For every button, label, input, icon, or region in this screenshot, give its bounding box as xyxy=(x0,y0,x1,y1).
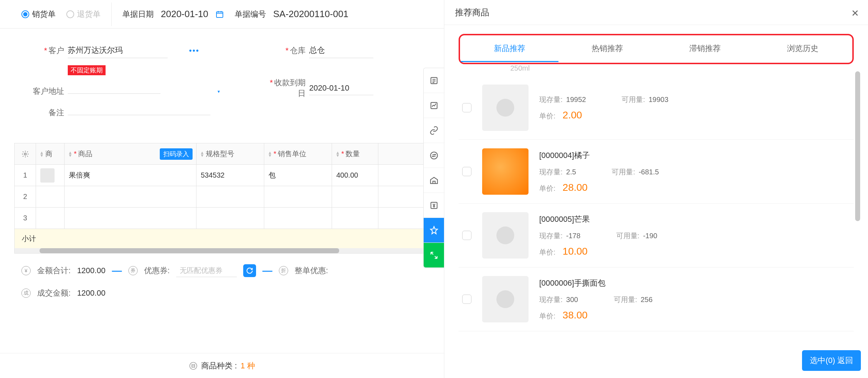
total-value: 1200.00 xyxy=(77,266,106,275)
avail-label: 可用量: xyxy=(612,168,635,176)
order-type-tabs: 销货单 退货单 单据日期 2020-01-10 单据编号 SA-20200110… xyxy=(0,0,444,29)
address-label: 客户地址 xyxy=(33,87,64,96)
list-icon[interactable] xyxy=(424,68,444,93)
discount-icon: 折 xyxy=(279,266,288,275)
close-icon[interactable]: ✕ xyxy=(851,8,859,19)
customer-more-icon[interactable]: ••• xyxy=(189,46,199,55)
stock-label: 现存量: xyxy=(539,232,563,240)
expand-icon[interactable] xyxy=(424,243,444,268)
recommend-tab[interactable]: 热销推荐 xyxy=(558,36,656,62)
link-icon[interactable] xyxy=(424,118,444,143)
remark-input[interactable] xyxy=(68,111,210,115)
order-discount-label: 整单优惠: xyxy=(295,265,328,276)
row-qty[interactable] xyxy=(332,208,378,229)
row-thumb xyxy=(36,208,65,229)
item-image xyxy=(482,85,529,131)
refresh-coupon-button[interactable] xyxy=(243,264,256,277)
price-value: 2.00 xyxy=(563,109,582,121)
customer-input[interactable]: 苏州万达沃尔玛 xyxy=(68,43,168,58)
warehouse-icon[interactable] xyxy=(424,168,444,193)
horizontal-scrollbar[interactable] xyxy=(15,248,429,253)
calendar-icon[interactable] xyxy=(215,10,224,19)
recommend-item[interactable]: [0000006]手撕面包现存量:300可用量:256单价:38.00 xyxy=(459,267,854,331)
row-unit[interactable] xyxy=(264,208,332,229)
row-spec[interactable]: 534532 xyxy=(196,165,264,186)
row-unit[interactable]: 包 xyxy=(264,165,332,186)
radio-icon xyxy=(21,10,29,18)
col-header-spec[interactable]: 规格型号 xyxy=(206,149,234,159)
recommend-item[interactable]: [0000005]芒果现存量:-178可用量:-190单价:10.00 xyxy=(459,204,854,267)
coupon-label: 优惠券: xyxy=(144,265,170,276)
gear-icon[interactable] xyxy=(15,143,36,164)
doc-date-value[interactable]: 2020-01-10 xyxy=(161,9,208,20)
row-unit[interactable] xyxy=(264,186,332,207)
package-icon xyxy=(189,362,198,370)
stock-value: -178 xyxy=(566,232,581,240)
row-qty[interactable]: 400.00 xyxy=(332,165,378,186)
row-thumb xyxy=(36,165,65,186)
warehouse-input[interactable]: 总仓 xyxy=(309,43,373,58)
stock-label: 现存量: xyxy=(539,168,563,176)
address-input[interactable] xyxy=(68,89,160,94)
table-row[interactable]: 3 xyxy=(15,208,429,229)
avail-value: 19903 xyxy=(649,96,669,103)
chart-icon[interactable] xyxy=(424,93,444,118)
chevron-down-icon[interactable]: ▾ xyxy=(218,89,220,94)
table-row[interactable]: 1果倍爽534532包400.00 xyxy=(15,165,429,186)
recommend-item[interactable]: [0000004]橘子现存量:2.5可用量:-681.5单价:28.00 xyxy=(459,140,854,204)
currency-icon[interactable] xyxy=(424,193,444,218)
deal-value: 1200.00 xyxy=(77,288,106,298)
recommend-tab[interactable]: 滞销推荐 xyxy=(656,36,754,62)
due-date-label: 收款到期日 xyxy=(274,78,306,98)
recommend-tab[interactable]: 浏览历史 xyxy=(754,36,852,62)
recommend-item[interactable]: 现存量:19952可用量:19903单价:2.00 xyxy=(459,76,854,140)
col-header-qty[interactable]: 数量 xyxy=(346,149,360,159)
price-label: 单价: xyxy=(539,312,556,320)
item-checkbox[interactable] xyxy=(462,295,471,304)
svg-point-4 xyxy=(430,152,438,159)
minus-icon: — xyxy=(112,265,122,276)
swap-icon[interactable] xyxy=(424,143,444,168)
row-number: 2 xyxy=(15,186,36,207)
item-checkbox[interactable] xyxy=(462,167,471,176)
item-checkbox[interactable] xyxy=(462,231,471,240)
coupon-input[interactable]: 无匹配优惠券 xyxy=(176,264,237,277)
row-number: 3 xyxy=(15,208,36,229)
radio-return-order[interactable]: 退货单 xyxy=(66,9,101,20)
radio-sales-order[interactable]: 销货单 xyxy=(21,9,56,20)
radio-label: 退货单 xyxy=(77,9,101,20)
row-spec[interactable] xyxy=(196,186,264,207)
price-value: 10.00 xyxy=(563,246,588,257)
row-product[interactable] xyxy=(65,186,196,207)
vertical-scrollbar[interactable] xyxy=(855,71,860,221)
col-header-unit[interactable]: 销售单位 xyxy=(278,149,306,159)
avail-value: -681.5 xyxy=(639,168,659,176)
row-product[interactable]: 果倍爽 xyxy=(65,165,196,186)
row-thumb xyxy=(36,186,65,207)
item-title: [0000005]芒果 xyxy=(539,214,850,225)
recommend-tab[interactable]: 新品推荐 xyxy=(461,36,558,62)
footer-value: 1 种 xyxy=(240,361,255,371)
star-icon[interactable] xyxy=(424,218,444,243)
avail-label: 可用量: xyxy=(616,232,640,240)
col-header-product[interactable]: 商品 xyxy=(78,149,92,159)
stock-value: 300 xyxy=(566,296,578,303)
table-row[interactable]: 2 xyxy=(15,186,429,208)
footer-summary: 商品种类 : 1 种 xyxy=(0,353,444,378)
due-date-input[interactable]: 2020-01-10 xyxy=(309,81,373,95)
row-product[interactable] xyxy=(65,208,196,229)
selected-return-button[interactable]: 选中(0) 返回 xyxy=(802,350,861,371)
row-number: 1 xyxy=(15,165,36,186)
recommend-panel-title: 推荐商品 xyxy=(444,0,868,25)
row-spec[interactable] xyxy=(196,208,264,229)
avail-label: 可用量: xyxy=(614,296,637,303)
scan-input-button[interactable]: 扫码录入 xyxy=(160,148,193,160)
avail-label: 可用量: xyxy=(622,96,645,103)
col-header-image[interactable]: 商 xyxy=(45,149,52,159)
row-qty[interactable] xyxy=(332,186,378,207)
item-checkbox[interactable] xyxy=(462,103,471,112)
svg-point-1 xyxy=(24,153,26,155)
account-period-badge: 不固定账期 xyxy=(68,65,106,75)
price-label: 单价: xyxy=(539,248,556,256)
item-image xyxy=(482,212,529,259)
